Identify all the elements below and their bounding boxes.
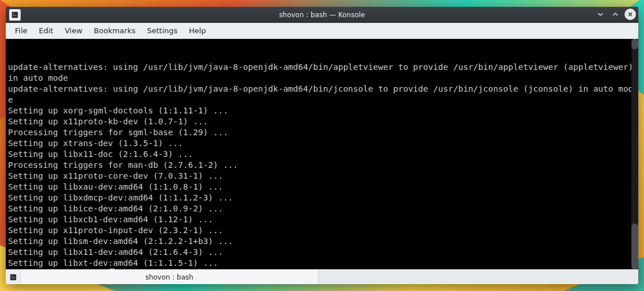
window-controls — [595, 9, 636, 20]
new-tab-button[interactable] — [6, 270, 21, 284]
menu-bar: File Edit View Bookmarks Settings Help — [6, 23, 638, 39]
menu-view[interactable]: View — [59, 24, 88, 37]
menu-settings[interactable]: Settings — [141, 24, 183, 37]
menu-help[interactable]: Help — [183, 24, 212, 37]
terminal-cursor — [109, 269, 115, 269]
tab-active[interactable]: shovon : bash — [21, 270, 319, 284]
maximize-button[interactable] — [610, 9, 621, 20]
svg-rect-2 — [10, 274, 16, 280]
terminal-scrollbar[interactable] — [631, 39, 638, 269]
minimize-button[interactable] — [595, 9, 606, 20]
app-icon — [9, 9, 21, 21]
scrollbar-thumb-bottom[interactable] — [631, 223, 638, 269]
menu-bookmarks[interactable]: Bookmarks — [88, 24, 142, 37]
scrollbar-thumb-top[interactable] — [631, 39, 638, 49]
window-titlebar[interactable]: shovon : bash — Konsole — [6, 7, 638, 23]
terminal-area[interactable]: update-alternatives: using /usr/lib/jvm/… — [6, 39, 638, 269]
menu-edit[interactable]: Edit — [33, 24, 59, 37]
close-button[interactable] — [625, 9, 636, 20]
tab-bar: shovon : bash — [6, 269, 638, 284]
konsole-window: shovon : bash — Konsole File Edit View B… — [6, 7, 638, 284]
svg-rect-0 — [12, 12, 18, 18]
svg-rect-3 — [13, 277, 15, 278]
svg-rect-1 — [14, 15, 17, 16]
window-title: shovon : bash — Konsole — [6, 11, 638, 19]
terminal-output: update-alternatives: using /usr/lib/jvm/… — [8, 62, 636, 269]
menu-file[interactable]: File — [9, 24, 33, 37]
